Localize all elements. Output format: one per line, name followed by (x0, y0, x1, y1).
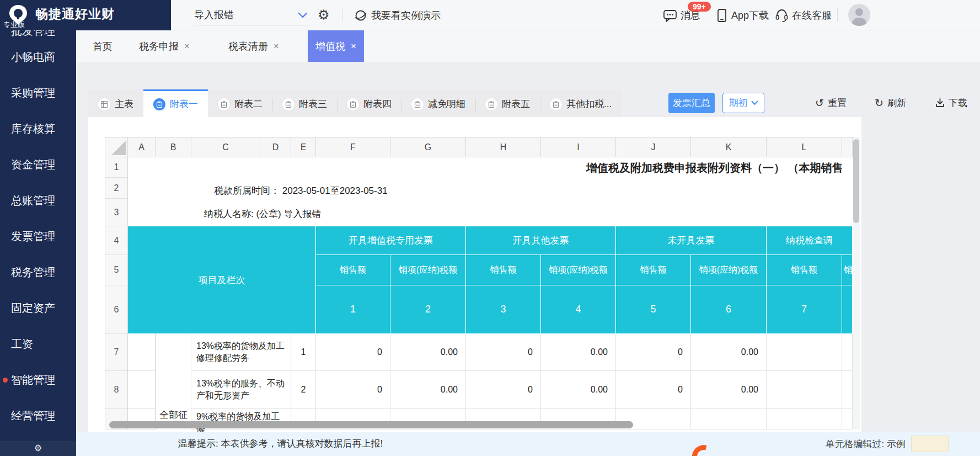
sidebar-item-inventory[interactable]: 库存核算 (0, 111, 76, 147)
sidebar-item-label: 小畅电商 (11, 50, 55, 65)
close-icon[interactable]: × (351, 41, 356, 52)
tab-tax-declare[interactable]: 税务申报 × (131, 30, 197, 62)
sidebar-item-funds[interactable]: 资金管理 (0, 147, 76, 183)
row-number[interactable]: 5 (105, 255, 128, 285)
period-start-button[interactable]: 期初 (722, 93, 764, 113)
cell-partial[interactable] (842, 409, 853, 430)
cell-value-empty[interactable] (767, 409, 842, 430)
cell-line-no[interactable]: 1 (291, 334, 316, 371)
cell-value-empty[interactable] (767, 334, 842, 371)
button-label: 重置 (828, 97, 847, 109)
column-header-e[interactable]: E (291, 137, 316, 157)
cell-value-empty[interactable] (691, 409, 767, 430)
cell-category-merged[interactable]: 全部征 (156, 334, 191, 430)
cell-value[interactable]: 0.00 (390, 334, 466, 371)
org-dropdown[interactable]: 导入报错 (194, 7, 310, 25)
row-number[interactable]: 4 (105, 226, 128, 255)
cell-value[interactable]: 0 (316, 334, 390, 371)
cell-value[interactable]: 0 (616, 371, 691, 409)
sidebar-item-smart-mgmt[interactable]: 智能管理 (0, 362, 76, 398)
row-number[interactable]: 8 (105, 371, 128, 409)
cell-value[interactable]: 0 (316, 371, 390, 409)
row-2-content[interactable]: 税款所属时间： 2023-05-01至2023-05-31 (128, 178, 853, 199)
cell-value[interactable]: 0.00 (541, 371, 616, 409)
row-3-content[interactable]: 纳税人名称: (公章) 导入报错 (128, 199, 853, 226)
column-header-j[interactable]: J (616, 137, 691, 157)
cell-partial[interactable] (842, 334, 853, 371)
column-header-a[interactable]: A (128, 137, 156, 157)
cell-value[interactable]: 0.00 (541, 334, 616, 371)
cell-a7[interactable] (128, 334, 156, 371)
reset-button[interactable]: ↺ 重置 (815, 93, 847, 113)
column-header-l[interactable]: L (767, 137, 842, 157)
close-icon[interactable]: × (274, 41, 279, 52)
cell-partial[interactable] (842, 371, 853, 409)
cell-value[interactable]: 0 (616, 334, 691, 371)
sidebar-settings-gear-icon[interactable]: ⚙ (0, 441, 76, 456)
cell-value[interactable]: 0.00 (691, 334, 767, 371)
sidebar-item-operations[interactable]: 经营管理 (0, 398, 76, 434)
subtab-appendix-4[interactable]: 附表四 (337, 89, 401, 117)
column-header-d[interactable]: D (260, 137, 291, 157)
close-icon[interactable]: × (184, 41, 190, 52)
column-header-k[interactable]: K (691, 137, 767, 157)
row-number[interactable]: 1 (105, 157, 128, 178)
column-header-partial[interactable] (842, 137, 853, 157)
refresh-button[interactable]: ↻ 刷新 (875, 93, 906, 113)
subtab-main-table[interactable]: 主表 (88, 89, 143, 117)
select-all-corner[interactable] (105, 137, 128, 157)
cell-item-desc[interactable]: 13%税率的服务、不动产和无形资产 (191, 371, 291, 409)
demo-link[interactable]: 我要看实例演示 (354, 8, 441, 23)
subtab-appendix-3[interactable]: 附表三 (272, 89, 337, 117)
tab-home[interactable]: 首页 (85, 30, 120, 62)
cell-line-no[interactable]: 2 (291, 371, 316, 409)
sidebar-item-payroll[interactable]: 工资 (0, 326, 76, 362)
app-download-button[interactable]: App下载 (716, 8, 769, 23)
row-1-content[interactable]: 增值税及附加税费申报表附列资料（一） （本期销售 (128, 157, 853, 178)
column-header-g[interactable]: G (390, 137, 466, 157)
subtab-appendix-5[interactable]: 附表五 (475, 89, 540, 117)
cell-value[interactable]: 0 (466, 334, 541, 371)
invoice-summary-button[interactable]: 发票汇总 (668, 93, 715, 113)
tab-tax-register[interactable]: 税表清册 × (221, 30, 287, 62)
cell-value[interactable]: 0.00 (691, 371, 767, 409)
subtab-appendix-1[interactable]: 附表一 (143, 89, 208, 117)
column-header-f[interactable]: F (316, 137, 390, 157)
column-header-c[interactable]: C (191, 137, 260, 157)
row-number[interactable]: 6 (105, 285, 128, 334)
subtab-other-deduction[interactable]: 其他扣税... (540, 89, 622, 117)
cell-value-empty[interactable] (767, 371, 842, 409)
cell-item-desc[interactable]: 13%税率的货物及加工修理修配劳务 (191, 334, 291, 371)
vertical-scrollbar[interactable] (853, 137, 860, 430)
sidebar-item-invoice[interactable]: 发票管理 (0, 219, 76, 254)
sidebar-item-fixed-assets[interactable]: 固定资产 (0, 290, 76, 326)
tab-bar: 首页 税务申报 × 税表清册 × 增值税 × (76, 30, 980, 62)
header-sales-clipped: 销 (842, 255, 853, 285)
online-service-button[interactable]: 在线客服 (775, 8, 832, 23)
cell-a8[interactable] (128, 371, 156, 409)
sidebar-item-purchase[interactable]: 采购管理 (0, 75, 76, 111)
column-header-i[interactable]: I (541, 137, 616, 157)
column-header-h[interactable]: H (466, 137, 541, 157)
vertical-scrollbar-thumb[interactable] (853, 139, 859, 223)
floating-widget-icon[interactable] (688, 441, 719, 456)
subtab-appendix-2[interactable]: 附表二 (208, 89, 272, 117)
clipboard-icon (218, 98, 230, 110)
sidebar-item-wholesale[interactable]: 批发管理 (0, 30, 76, 39)
cell-value[interactable]: 0 (466, 371, 541, 409)
subtab-reduction-detail[interactable]: 减免明细 (401, 89, 475, 117)
clipboard-icon (411, 98, 424, 110)
tab-vat[interactable]: 增值税 × (308, 30, 364, 62)
sidebar-item-ecommerce[interactable]: 小畅电商 (0, 39, 76, 75)
cell-value[interactable]: 0.00 (390, 371, 466, 409)
row-number[interactable]: 2 (105, 178, 128, 199)
row-number[interactable]: 3 (105, 199, 128, 226)
avatar[interactable] (848, 4, 870, 26)
sidebar-item-tax[interactable]: 税务管理 (0, 254, 76, 290)
horizontal-scrollbar[interactable] (109, 421, 633, 428)
column-header-b[interactable]: B (156, 137, 191, 157)
sidebar-item-ledger[interactable]: 总账管理 (0, 183, 76, 219)
row-number[interactable]: 7 (105, 334, 128, 371)
download-button[interactable]: 下载 (935, 93, 967, 113)
settings-gear-icon[interactable]: ⚙ (318, 7, 330, 23)
